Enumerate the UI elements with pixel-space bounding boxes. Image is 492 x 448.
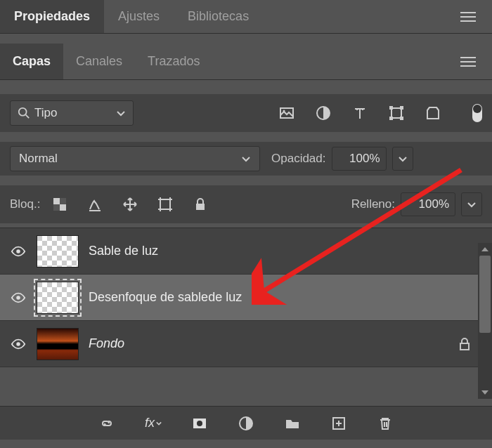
svg-rect-5 — [389, 106, 393, 110]
chevron-down-icon — [116, 108, 126, 118]
fill-label: Relleno: — [351, 197, 395, 211]
svg-point-17 — [16, 342, 20, 346]
chevron-down-icon — [398, 154, 408, 164]
svg-rect-12 — [53, 204, 60, 211]
filter-smartobject-icon[interactable] — [420, 100, 446, 126]
svg-rect-11 — [60, 198, 66, 204]
delete-layer-icon[interactable] — [373, 411, 398, 436]
layer-name[interactable]: Fondo — [89, 336, 124, 351]
new-layer-icon[interactable] — [326, 411, 351, 436]
chevron-down-icon — [241, 154, 251, 164]
opacity-label: Opacidad: — [271, 152, 326, 166]
toggle-visibility-button[interactable] — [0, 336, 37, 352]
layer-name[interactable]: Sable de luz — [89, 244, 158, 258]
filter-type-icon[interactable] — [347, 100, 373, 126]
filter-toggle[interactable] — [472, 104, 482, 122]
lock-image-icon[interactable] — [82, 192, 108, 217]
search-icon — [18, 107, 30, 119]
layer-lock-indicator — [457, 336, 472, 352]
svg-rect-13 — [160, 199, 170, 209]
svg-rect-8 — [400, 117, 403, 120]
svg-rect-6 — [400, 106, 403, 110]
panel-menu-icon[interactable] — [454, 3, 482, 31]
toggle-visibility-button[interactable] — [0, 290, 37, 305]
add-mask-icon[interactable] — [187, 411, 212, 436]
layer-row[interactable]: Desenfoque de sablede luz — [0, 275, 492, 321]
fill-dropdown-button[interactable] — [461, 192, 482, 216]
scroll-down-icon[interactable] — [481, 388, 489, 397]
fill-input[interactable]: 100% — [401, 192, 455, 216]
opacity-input[interactable]: 100% — [332, 147, 387, 171]
fill-value: 100% — [419, 197, 449, 211]
visibility-icon — [11, 290, 26, 305]
blend-mode-value: Normal — [19, 152, 241, 166]
svg-rect-7 — [389, 117, 393, 120]
lock-label: Bloq.: — [10, 197, 40, 211]
visibility-icon — [11, 336, 26, 352]
blend-mode-dropdown[interactable]: Normal — [10, 146, 260, 171]
svg-rect-4 — [391, 108, 401, 118]
visibility-icon — [11, 244, 26, 259]
layer-name[interactable]: Desenfoque de sablede luz — [89, 290, 242, 305]
new-group-icon[interactable] — [280, 411, 305, 436]
layer-thumbnail[interactable] — [37, 282, 79, 314]
chevron-down-icon — [467, 199, 477, 209]
filter-adjustment-icon[interactable] — [311, 100, 336, 126]
svg-rect-14 — [196, 204, 205, 210]
lock-icon — [457, 336, 472, 352]
layers-scrollbar[interactable] — [478, 243, 492, 399]
layer-effects-icon[interactable]: fx — [141, 411, 166, 436]
tab-libraries[interactable]: Bibliotecas — [174, 0, 263, 33]
layer-row[interactable]: Sable de luz — [0, 228, 492, 275]
new-adjustment-layer-icon[interactable] — [233, 411, 259, 436]
layer-row[interactable]: Fondo — [0, 321, 492, 367]
lock-position-icon[interactable] — [117, 192, 143, 217]
filter-pixel-icon[interactable] — [274, 100, 299, 126]
toggle-visibility-button[interactable] — [0, 244, 37, 259]
opacity-value: 100% — [349, 152, 380, 166]
opacity-dropdown-button[interactable] — [392, 147, 413, 171]
svg-rect-9 — [53, 198, 60, 204]
filter-shape-icon[interactable] — [384, 100, 409, 126]
tab-paths[interactable]: Trazados — [135, 44, 212, 79]
layers-menu-icon[interactable] — [454, 48, 482, 76]
svg-rect-10 — [60, 204, 66, 211]
layer-thumbnail[interactable] — [37, 328, 79, 360]
layer-list: Sable de luzDesenfoque de sablede luzFon… — [0, 228, 492, 367]
svg-point-20 — [197, 421, 202, 426]
svg-point-16 — [16, 296, 20, 300]
lock-transparency-icon[interactable] — [47, 192, 72, 217]
layer-filter-label: Tipo — [34, 106, 116, 120]
lock-all-icon[interactable] — [188, 192, 213, 217]
lock-artboard-icon[interactable] — [153, 192, 178, 217]
layer-thumbnail[interactable] — [37, 235, 79, 268]
scrollbar-thumb[interactable] — [479, 256, 491, 333]
scroll-up-icon[interactable] — [481, 245, 489, 253]
tab-channels[interactable]: Canales — [63, 44, 135, 79]
svg-rect-18 — [460, 343, 469, 350]
svg-point-0 — [19, 108, 27, 116]
link-layers-icon[interactable] — [94, 411, 119, 436]
tab-layers[interactable]: Capas — [0, 44, 63, 79]
svg-point-2 — [283, 110, 285, 112]
tab-adjustments[interactable]: Ajustes — [104, 0, 174, 33]
layer-filter-dropdown[interactable]: Tipo — [10, 100, 134, 126]
tab-properties[interactable]: Propiedades — [0, 0, 104, 33]
svg-point-15 — [16, 249, 20, 253]
